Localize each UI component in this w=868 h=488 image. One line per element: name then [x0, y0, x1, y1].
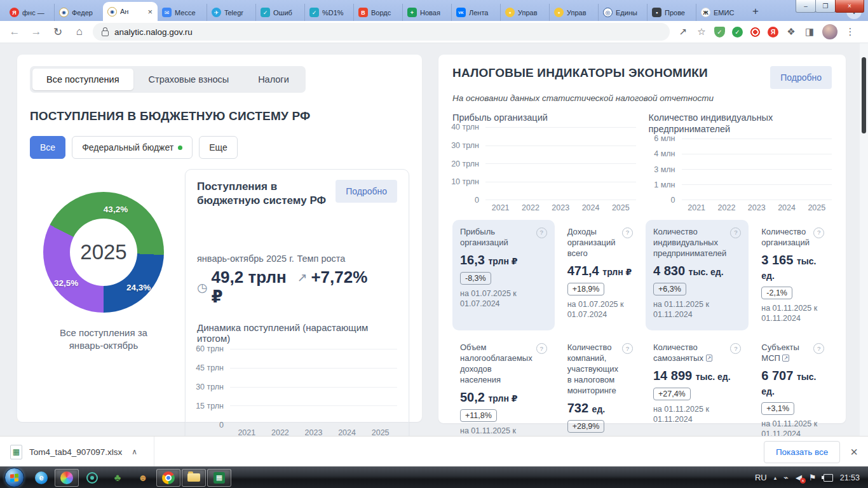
- browser-tab[interactable]: ◎ Едины: [598, 4, 647, 21]
- volume-muted-icon[interactable]: ◀×: [796, 473, 802, 482]
- change-badge: +3,1%: [761, 402, 794, 415]
- new-tab-button[interactable]: +: [747, 3, 764, 20]
- metrica-target-icon[interactable]: [750, 27, 761, 37]
- browser-tab[interactable]: В Вордс: [353, 4, 402, 21]
- adblock-shield-icon[interactable]: ✓: [714, 27, 725, 37]
- tab-all-receipts[interactable]: Все поступления: [32, 69, 133, 90]
- browser-tab[interactable]: ✓ Ошиб: [255, 4, 304, 21]
- dynamics-bar-chart[interactable]: 60 трлн45 трлн30 трлн15 трлн0 2021202220…: [197, 349, 397, 437]
- change-badge: +11,8%: [460, 409, 497, 422]
- profit-bar-chart[interactable]: 40 трлн30 трлн20 трлн10 трлн0 2021202220…: [452, 127, 636, 212]
- yandex-icon: Я: [10, 8, 19, 17]
- action-center-flag-icon[interactable]: ⚑: [809, 473, 817, 482]
- browser-tab[interactable]: + Новая: [402, 4, 451, 21]
- minimize-button[interactable]: –: [796, 0, 816, 13]
- taskbar-clock[interactable]: 21:53: [840, 473, 860, 482]
- details-button[interactable]: Подробно: [770, 66, 832, 89]
- network-icon[interactable]: [824, 474, 833, 482]
- taskbar-chrome[interactable]: [156, 469, 180, 487]
- start-button[interactable]: [4, 468, 24, 487]
- browser-tab[interactable]: VK Лента: [451, 4, 500, 21]
- fns-emblem-icon: ◉: [59, 8, 69, 17]
- close-window-button[interactable]: ×: [835, 0, 864, 13]
- page-scrollbar[interactable]: [860, 43, 868, 436]
- download-item[interactable]: ▦ Tom4_tab4_907097.xlsx ∧: [10, 437, 154, 467]
- share-icon[interactable]: ↗: [677, 26, 689, 37]
- change-badge: -8,3%: [460, 272, 491, 285]
- download-chevron-up-icon[interactable]: ∧: [129, 447, 140, 456]
- home-button[interactable]: ⌂: [71, 24, 88, 40]
- browser-tab-active[interactable]: ◉ Ан ×: [103, 2, 158, 21]
- close-downloads-bar-icon[interactable]: ×: [850, 445, 858, 459]
- profile-avatar[interactable]: [822, 24, 837, 39]
- antivirus-check-icon[interactable]: ✓: [732, 27, 743, 37]
- filter-all-chip[interactable]: Все: [30, 136, 65, 159]
- browser-tab[interactable]: Я фнс —: [5, 4, 54, 21]
- browser-tab[interactable]: ◉ Федер: [54, 4, 103, 21]
- scrollbar-thumb[interactable]: [862, 57, 866, 133]
- budget-receipts-panel: Все поступления Страховые взносы Налоги …: [17, 55, 422, 422]
- taskbar-explorer[interactable]: [182, 469, 206, 487]
- show-all-downloads-button[interactable]: Показать все: [764, 441, 840, 463]
- restore-button[interactable]: ❐: [815, 0, 836, 13]
- taskbar-person-app[interactable]: ☻: [131, 469, 155, 487]
- address-bar[interactable]: analytic.nalog.gov.ru: [93, 23, 670, 41]
- help-icon[interactable]: ?: [622, 343, 633, 354]
- menu-kebab-icon[interactable]: ⋮: [844, 26, 856, 37]
- budget-donut-chart[interactable]: 2025 43,2%24,3%32,5%: [43, 192, 164, 313]
- browser-tab[interactable]: ● Управ: [549, 4, 598, 21]
- help-icon[interactable]: ?: [730, 227, 741, 238]
- help-icon[interactable]: ?: [730, 343, 741, 354]
- browser-tab[interactable]: ✓ %D1%: [304, 4, 353, 21]
- browser-tab[interactable]: ▪ Прове: [647, 4, 696, 21]
- telegram-icon: ✈: [212, 8, 221, 17]
- tab-close-icon[interactable]: ×: [147, 7, 153, 17]
- bookmark-star-icon[interactable]: ☆: [696, 26, 707, 37]
- side-panel-icon[interactable]: ◨: [804, 26, 815, 37]
- external-link-icon[interactable]: ↗: [706, 355, 713, 362]
- browser-tab[interactable]: ✈ Telegr: [207, 4, 255, 21]
- right-panel-subtitle: На основании данных статистической налог…: [452, 93, 832, 103]
- reload-button[interactable]: ↻: [50, 24, 66, 40]
- budget-filters: Все Федеральный бюджет Еще: [30, 136, 409, 159]
- help-icon[interactable]: ?: [813, 343, 824, 354]
- filter-federal-chip[interactable]: Федеральный бюджет: [72, 136, 193, 159]
- taskbar-media-app[interactable]: [55, 469, 79, 487]
- tray-expand-icon[interactable]: ▴: [774, 475, 777, 481]
- wordstat-icon: В: [358, 8, 368, 17]
- tab-title: Новая: [420, 9, 447, 17]
- help-icon[interactable]: ?: [536, 343, 547, 354]
- browser-tab[interactable]: ● Управ: [500, 4, 549, 21]
- power-plug-icon[interactable]: ⌁: [783, 473, 789, 482]
- tab-title: Прове: [665, 9, 691, 17]
- help-icon[interactable]: ?: [622, 227, 633, 238]
- entrepreneurs-bar-chart[interactable]: 6 млн4 млн3 млн1 млн0 202120222023202420…: [649, 139, 832, 212]
- gosuslugi-icon: ◎: [603, 8, 613, 17]
- keyboard-language[interactable]: RU: [755, 473, 767, 482]
- external-link-icon[interactable]: ↗: [782, 355, 789, 362]
- extensions-puzzle-icon[interactable]: ❖: [785, 26, 797, 37]
- taskbar-science-app[interactable]: [80, 469, 104, 487]
- browser-tab[interactable]: Ж ЕМИС: [696, 4, 745, 21]
- help-icon[interactable]: ?: [536, 227, 547, 238]
- shield-check-icon: ✓: [261, 8, 270, 17]
- yandex-extension-icon[interactable]: Я: [768, 27, 778, 37]
- tab-insurance[interactable]: Страховые взносы: [135, 69, 243, 90]
- taskbar-excel[interactable]: ▦: [207, 469, 231, 487]
- back-button[interactable]: ←: [6, 24, 23, 40]
- tab-title: Федер: [72, 9, 98, 17]
- help-icon[interactable]: ?: [813, 227, 824, 238]
- change-badge: +18,9%: [567, 283, 605, 295]
- filter-federal-label: Федеральный бюджет: [82, 142, 173, 152]
- taskbar-nature-app[interactable]: ♣: [105, 469, 130, 487]
- donut-slice-label: 43,2%: [104, 204, 128, 214]
- stat-card-entrepreneurs: Количество индивидуальных предпринимател…: [646, 220, 749, 330]
- url-text: analytic.nalog.gov.ru: [114, 27, 193, 37]
- details-button[interactable]: Подробно: [336, 180, 397, 203]
- tab-title: Ан: [120, 8, 144, 15]
- tab-taxes[interactable]: Налоги: [244, 69, 303, 90]
- forward-button[interactable]: →: [28, 24, 44, 40]
- taskbar-edge[interactable]: e: [29, 469, 53, 487]
- filter-more-chip[interactable]: Еще: [199, 136, 238, 159]
- browser-tab[interactable]: ✉ Мессе: [158, 4, 207, 21]
